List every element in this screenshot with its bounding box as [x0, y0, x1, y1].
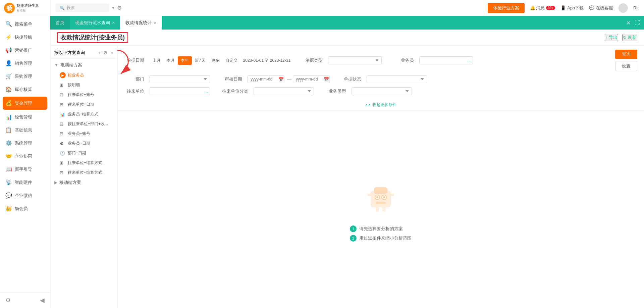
notification-badge: 99+ [546, 6, 555, 10]
scheme-item-unit-date[interactable]: ⊟ 往来单位+日期 [50, 100, 117, 109]
online-service-area[interactable]: 💬 在线客服 [589, 5, 613, 11]
member-icon: 👑 [5, 205, 12, 212]
refresh-button[interactable]: ↻ 刷新 [622, 34, 637, 41]
dept-date-icon: 🕐 [60, 151, 66, 156]
sidebar-item-sales[interactable]: 👤 销售管理 [0, 57, 50, 70]
partner-category-select[interactable] [254, 87, 314, 95]
scheme-item-unit-dept[interactable]: ⊟ 按往来单位+部门+收... [50, 119, 117, 129]
collapse-bottom-icon[interactable]: ◀ [40, 297, 45, 304]
app-icon: 📱 [560, 5, 566, 10]
collapse-more-button[interactable]: ∧∧ 收起更多条件 [124, 99, 637, 110]
tab-collection-close[interactable]: × [154, 20, 156, 25]
scheme-item-salesman-date[interactable]: ⚙ 业务员+日期 [50, 139, 117, 148]
sidebar-item-marketing[interactable]: 📢 营销推广 [0, 44, 50, 57]
unit-dept-icon: ⊟ [60, 121, 66, 126]
tab-bar: 首页 现金银行流水查询 × 收款情况统计 × ✕ ⛶ [50, 16, 644, 30]
header-left: 🔍 搜索 ▾ ⚙ [56, 4, 122, 12]
date-separator: — [287, 77, 291, 82]
online-service-label: 在线客服 [596, 5, 613, 11]
chevron-down-icon: ▾ [112, 5, 114, 10]
dept-select[interactable] [150, 75, 210, 83]
scheme-item-unit-settle2[interactable]: ⊟ 往来单位+结算方式 [50, 168, 117, 177]
sidebar-item-purchase[interactable]: 🛒 采购管理 [0, 70, 50, 83]
try-industry-button[interactable]: 体验行业方案 [488, 3, 525, 13]
date-tab-this-year[interactable]: 本年 [178, 56, 192, 65]
date-tab-last-month[interactable]: 上月 [150, 56, 164, 65]
tip-num-2: 2 [350, 235, 357, 242]
calendar-from-icon[interactable]: 📅 [278, 77, 284, 82]
settings-bottom-icon[interactable]: ⚙ [5, 297, 11, 304]
tab-fullscreen-icon[interactable]: ⛶ [635, 20, 640, 26]
salesman-ellipsis[interactable]: ... [467, 58, 471, 63]
unit-date-icon: ⊟ [60, 102, 66, 107]
date-tab-7days[interactable]: 近7天 [192, 56, 208, 65]
tab-bank[interactable]: 现金银行流水查询 × [70, 16, 120, 30]
corp-icon: 🤝 [5, 153, 12, 159]
sidebar-item-member[interactable]: 👑 畅会员 [0, 202, 50, 215]
doc-type-select[interactable] [328, 56, 382, 64]
tab-close-all-icon[interactable]: ✕ [626, 20, 631, 26]
tab-home-label: 首页 [56, 20, 64, 26]
sidebar-item-inventory[interactable]: 🏠 库存核算 [0, 83, 50, 96]
header-search[interactable]: 🔍 搜索 [56, 4, 109, 12]
scheme-item-unit-settle1[interactable]: ⊞ 往来单位+结算方式 [50, 158, 117, 168]
tab-collection[interactable]: 收款情况统计 × [120, 16, 162, 30]
empty-tips: 1 请先选择要分析的方案 2 用过滤条件来缩小分析范围 [350, 225, 412, 242]
scheme-settings-button[interactable]: ⚙ [103, 50, 108, 55]
sidebar-item-finance[interactable]: 💰 资金管理 [3, 97, 47, 110]
date-tab-more[interactable]: 更多 [208, 56, 222, 65]
scheme-item-salesman-account[interactable]: ⊟ 业务员+账号 [50, 129, 117, 139]
biz-type-select[interactable] [352, 87, 412, 95]
doc-status-select[interactable] [367, 75, 427, 83]
sidebar-item-wechat[interactable]: 💬 企业微信 [0, 189, 50, 202]
sidebar-item-corp[interactable]: 🤝 企业协同 [0, 150, 50, 163]
partner-input[interactable] [150, 87, 210, 95]
header-icon-group: 🔔 消息 99+ 📱 App下载 💬 在线客服 Rit [530, 3, 639, 13]
gear-icon-header[interactable]: ⚙ [117, 5, 122, 11]
svg-point-4 [376, 196, 378, 198]
scheme-group-mobile[interactable]: ▶ 移动端方案 [50, 177, 117, 188]
sidebar-item-hardware[interactable]: 📡 智能硬件 [0, 176, 50, 189]
user-avatar[interactable] [619, 3, 628, 13]
scheme-item-salesman[interactable]: ▶ 按业务员 [50, 70, 117, 80]
system-icon: ⚙️ [5, 140, 12, 146]
tip-text-1: 请先选择要分析的方案 [359, 226, 403, 232]
query-button[interactable]: 查询 [615, 50, 637, 59]
sidebar-item-business[interactable]: 📊 经营管理 [0, 110, 50, 123]
app-download-area[interactable]: 📱 App下载 [560, 5, 584, 11]
sidebar-item-basic[interactable]: 📋 基础信息 [0, 123, 50, 137]
export-button[interactable]: ↑ 导出 [605, 34, 619, 41]
date-tabs: 上月 本月 本年 近7天 更多 自定义 2023-01-01 至 2023-12… [150, 56, 290, 65]
scheme-item-dept-date[interactable]: 🕐 部门+日期 [50, 148, 117, 158]
date-tab-custom[interactable]: 自定义 [222, 56, 240, 65]
tab-collection-label: 收款情况统计 [125, 20, 152, 26]
calendar-to-icon[interactable]: 📅 [324, 77, 329, 82]
add-scheme-button[interactable]: + [98, 50, 101, 55]
sidebar-item-system[interactable]: ⚙️ 系统管理 [0, 137, 50, 150]
scheme-item-unit-account[interactable]: ⊟ 往来单位+账号 [50, 90, 117, 100]
date-tab-this-month[interactable]: 本月 [164, 56, 178, 65]
scheme-item-mingxi[interactable]: ⊞ 按明细 [50, 80, 117, 90]
sidebar-item-quicknav[interactable]: ⚡ 快捷导航 [0, 31, 50, 44]
unit-account-icon: ⊟ [60, 92, 66, 97]
svg-rect-7 [367, 194, 371, 196]
partner-ellipsis[interactable]: ... [204, 89, 208, 94]
scheme-group-desktop[interactable]: ▼ 电脑端方案 [50, 60, 117, 70]
tab-home[interactable]: 首页 [50, 16, 70, 30]
scheme-item-salesman-settle[interactable]: 📊 业务员+结算方式 [50, 109, 117, 119]
doc-status-label: 单据状态 [341, 76, 361, 82]
tip-text-2: 用过滤条件来缩小分析范围 [359, 235, 412, 241]
scheme-dept-date-label: 部门+日期 [68, 150, 86, 156]
dept-input-area [150, 75, 210, 83]
tab-bank-close[interactable]: × [112, 20, 115, 25]
settings-button[interactable]: 设置 [615, 61, 637, 71]
search-placeholder: 搜索 [67, 5, 75, 11]
sidebar-item-search[interactable]: 🔍 搜索菜单 [0, 17, 50, 31]
notification-area[interactable]: 🔔 消息 99+ [530, 5, 555, 11]
collapse-panel-button[interactable]: « [110, 50, 113, 55]
inventory-icon: 🏠 [5, 86, 12, 93]
sidebar-item-guide[interactable]: 📖 新手引导 [0, 163, 50, 176]
salesman-input[interactable] [419, 56, 473, 64]
salesman-input-area: ... [419, 56, 473, 64]
filter-area: 单据日期 上月 本月 本年 近7天 更多 自定义 2023-01-01 至 20… [117, 46, 644, 111]
